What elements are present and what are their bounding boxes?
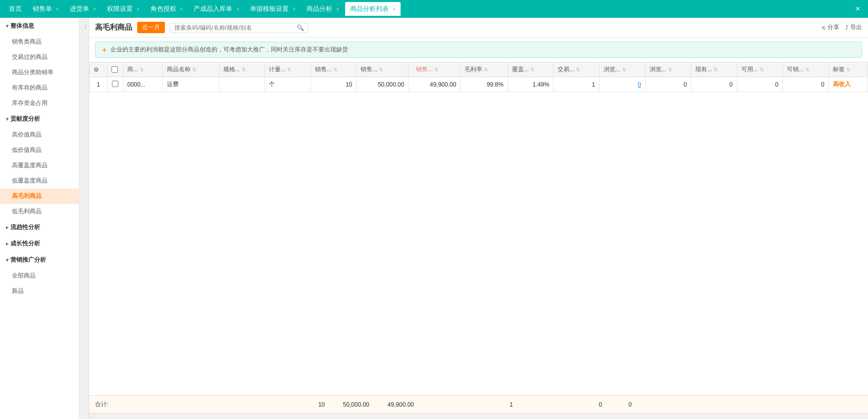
cell-sales-profit: 49,900.00	[408, 77, 460, 92]
close-icon[interactable]: ×	[93, 6, 96, 12]
search-input[interactable]	[174, 24, 295, 31]
col-sales-qty[interactable]: 销售...⇅	[310, 62, 357, 77]
sidebar-collapse-button[interactable]: 《	[79, 18, 89, 419]
cell-sales-qty: 10	[310, 77, 357, 92]
cell-available: 0	[737, 77, 783, 92]
sidebar-item-low-value[interactable]: 低价值商品	[0, 142, 79, 158]
sort-icon: ⇅	[379, 67, 383, 72]
data-table-container[interactable]: ⚙ 商...⇅ 商品名称⇅ 规格...⇅	[89, 62, 868, 395]
browse1-link[interactable]: 0	[638, 81, 641, 88]
share-button[interactable]: ⎋ 分享	[822, 23, 839, 32]
chevron-down-icon: ▾	[6, 116, 8, 122]
footer-sales-profit: 49,900.00	[373, 401, 418, 408]
nav-item-analysis-list[interactable]: 商品分析列表 ×	[345, 2, 401, 16]
cell-margin-rate: 99.8%	[460, 77, 508, 92]
col-tag[interactable]: 标签⇅	[828, 62, 868, 77]
close-icon[interactable]: ×	[293, 6, 296, 12]
nav-item-template[interactable]: 单据模板设置 ×	[245, 2, 301, 16]
footer-total-row: 合计: 10 50,000.00 49,900.00 1 0 0	[89, 395, 868, 413]
col-sellable[interactable]: 可销...⇅	[783, 62, 829, 77]
sidebar-item-category-assist[interactable]: 商品分类助销率	[0, 65, 79, 80]
footer-sales-qty: 10	[289, 401, 329, 408]
nav-item-permission[interactable]: 权限设置 ×	[102, 2, 145, 16]
close-icon[interactable]: ×	[393, 6, 396, 12]
close-icon[interactable]: ×	[236, 6, 239, 12]
sidebar-item-high-value[interactable]: 高价值商品	[0, 127, 79, 142]
col-code[interactable]: 商...⇅	[123, 62, 163, 77]
col-available[interactable]: 可用...⇅	[737, 62, 783, 77]
col-coverage[interactable]: 覆盖...⇅	[508, 62, 554, 77]
share-icon: ⎋	[822, 24, 825, 31]
sidebar-item-instock-goods[interactable]: 有库存的商品	[0, 80, 79, 95]
col-sales-amount[interactable]: 销售...⇅	[357, 62, 408, 77]
close-icon[interactable]: ×	[180, 6, 183, 12]
sort-icon: ⇅	[576, 67, 580, 72]
chevron-right-icon: ▸	[6, 225, 8, 230]
chevron-left-icon: 《	[82, 24, 87, 31]
cell-unit: 个	[265, 77, 311, 92]
info-banner: ✦ 企业的主要的利润都是这部分商品创造的，可考虑加大推广，同时关注库存是不要出现…	[95, 42, 862, 58]
sidebar-group-overall[interactable]: ▾ 整体信息	[0, 18, 79, 34]
table-row: 1 0000... 运费	[90, 77, 868, 92]
sidebar-item-low-margin[interactable]: 低毛利商品	[0, 204, 79, 219]
close-all-button[interactable]: ×	[852, 4, 864, 13]
cell-checkbox[interactable]	[107, 77, 123, 92]
nav-item-sales[interactable]: 销售单 ×	[28, 2, 64, 16]
col-settings[interactable]: ⚙	[90, 62, 107, 77]
export-button[interactable]: ⤴ 导出	[845, 23, 862, 32]
filter-button[interactable]: 近一月	[137, 22, 165, 33]
col-unit[interactable]: 计量...⇅	[265, 62, 311, 77]
col-spec[interactable]: 规格...⇅	[219, 62, 265, 77]
sidebar-item-all-goods[interactable]: 全部商品	[0, 268, 79, 283]
table-header-row: ⚙ 商...⇅ 商品名称⇅ 规格...⇅	[90, 62, 868, 77]
sort-icon: ⇅	[140, 67, 144, 72]
content-area: 高毛利商品 近一月 🔍 ⎋ 分享 ⤴ 导出 ✦ 企业的主要的利润都是这部分商品创…	[89, 18, 868, 419]
sidebar-item-new-goods[interactable]: 新品	[0, 283, 79, 299]
nav-item-product-instock[interactable]: 产成品入库单 ×	[189, 2, 244, 16]
search-icon[interactable]: 🔍	[297, 24, 304, 31]
col-margin-rate[interactable]: 毛利率⇅	[460, 62, 508, 77]
nav-item-purchase[interactable]: 进货单 ×	[65, 2, 101, 16]
sort-icon: ⇅	[287, 67, 291, 72]
cell-browse1[interactable]: 0	[600, 77, 646, 92]
sort-icon: ⇅	[846, 67, 850, 72]
close-icon[interactable]: ×	[56, 6, 59, 12]
sidebar-group-trend[interactable]: ▸ 流趋性分析	[0, 219, 79, 235]
close-icon[interactable]: ×	[336, 6, 339, 12]
cell-code: 0000...	[123, 77, 163, 92]
nav-item-analysis[interactable]: 商品分析 ×	[302, 2, 344, 16]
col-browse2[interactable]: 浏览...⇅	[645, 62, 691, 77]
close-icon[interactable]: ×	[137, 6, 140, 12]
data-table: ⚙ 商...⇅ 商品名称⇅ 规格...⇅	[89, 62, 868, 92]
sort-icon: ⇅	[434, 67, 438, 72]
sidebar-item-stock-capital[interactable]: 库存资金占用	[0, 95, 79, 111]
horizontal-scrollbar[interactable]	[89, 413, 868, 419]
footer-current-stock: 0	[576, 401, 606, 408]
col-checkbox[interactable]	[107, 62, 123, 77]
cell-trade-count: 1	[554, 77, 600, 92]
col-name[interactable]: 商品名称⇅	[163, 62, 219, 77]
sidebar-item-high-coverage[interactable]: 高覆盖度商品	[0, 158, 79, 173]
col-trade-count[interactable]: 交易...⇅	[554, 62, 600, 77]
sidebar-item-sales-goods[interactable]: 销售类商品	[0, 34, 79, 49]
sidebar-item-high-margin[interactable]: 高毛利商品	[0, 188, 79, 204]
row-checkbox[interactable]	[112, 81, 118, 87]
nav-item-home[interactable]: 首页	[4, 2, 27, 16]
sidebar-group-growth[interactable]: ▸ 成长性分析	[0, 235, 79, 252]
nav-item-role[interactable]: 角色授权 ×	[146, 2, 188, 16]
col-browse1[interactable]: 浏览...⇅	[600, 62, 646, 77]
top-nav-bar: 首页 销售单 × 进货单 × 权限设置 × 角色授权 × 产成品入库单 × 单据…	[0, 0, 868, 18]
sidebar-item-traded-goods[interactable]: 交易过的商品	[0, 49, 79, 65]
main-layout: ▾ 整体信息 销售类商品 交易过的商品 商品分类助销率 有库存的商品 库存资金占…	[0, 18, 868, 419]
sort-icon: ⇅	[333, 67, 337, 72]
sidebar-group-contribution[interactable]: ▾ 贡献度分析	[0, 111, 79, 127]
col-sales-profit[interactable]: ·销售...⇅	[408, 62, 460, 77]
sidebar-group-marketing[interactable]: ▾ 营销推广分析	[0, 252, 79, 268]
sort-icon: ⇅	[805, 67, 809, 72]
cell-index: 1	[90, 77, 107, 92]
sidebar-item-low-coverage[interactable]: 低覆盖度商品	[0, 173, 79, 188]
info-icon: ✦	[102, 46, 107, 54]
col-current-stock[interactable]: 现有...⇅	[691, 62, 737, 77]
export-icon: ⤴	[845, 24, 848, 31]
select-all-checkbox[interactable]	[111, 66, 118, 73]
